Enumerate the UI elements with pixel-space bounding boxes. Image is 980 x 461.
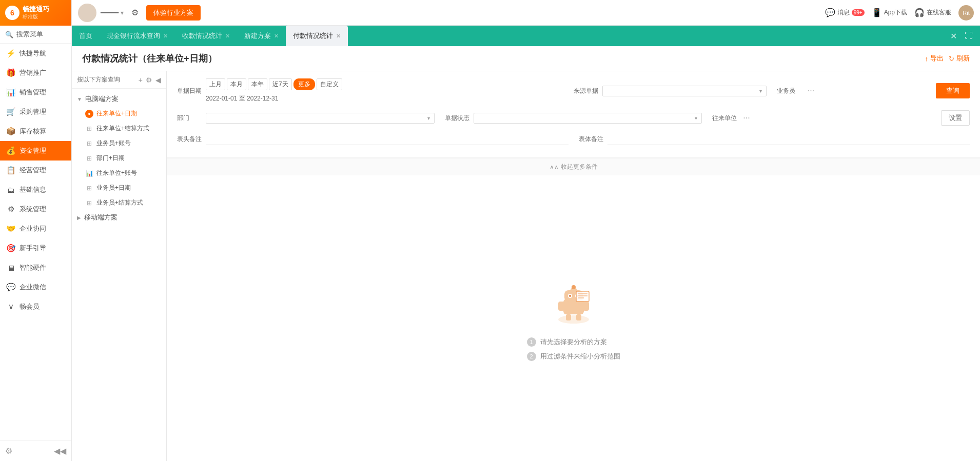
filter-field-salesman: 业务员 ··· 查询 [777, 83, 970, 98]
tab-bank-flow-close[interactable]: ✕ [163, 33, 168, 39]
empty-tip-2: 2 用过滤条件来缩小分析范围 [527, 352, 620, 361]
tab-bank-flow[interactable]: 现金银行流水查询 ✕ [100, 26, 175, 46]
date-btn-last-7days[interactable]: 近7天 [269, 78, 292, 90]
sidebar-item-basic[interactable]: 🗂 基础信息 [0, 180, 71, 199]
scheme-item-partner-settlement-label: 往来单位+结算方式 [96, 124, 149, 133]
scheme-item-salesman-account[interactable]: ⊞ 业务员+账号 [72, 136, 166, 151]
source-select-arrow: ▾ [759, 88, 762, 94]
marketing-icon: 🎁 [6, 68, 15, 77]
tab-receipts-stat-label: 收款情况统计 [182, 31, 222, 41]
sidebar-item-purchase[interactable]: 🛒 采购管理 [0, 102, 71, 122]
scheme-item-partner-settlement[interactable]: ⊞ 往来单位+结算方式 [72, 121, 166, 136]
refresh-icon: ↻ [949, 55, 954, 63]
date-btn-this-year[interactable]: 本年 [248, 78, 267, 90]
tabbar-actions: ✕ ⛶ [946, 29, 980, 43]
trial-btn[interactable]: 体验行业方案 [146, 5, 201, 21]
sidebar-item-operation[interactable]: 📋 经营管理 [0, 161, 71, 180]
partner-ellipsis-btn[interactable]: ··· [741, 113, 752, 123]
guide-icon: 🎯 [6, 244, 15, 253]
svg-rect-13 [576, 291, 589, 302]
scheme-item-dept-date[interactable]: ⊞ 部门+日期 [72, 151, 166, 166]
date-btn-last-month[interactable]: 上月 [206, 78, 225, 90]
user-dropdown-icon[interactable]: ▾ [121, 9, 124, 16]
inventory-icon: 📦 [6, 127, 15, 136]
sidebar-item-enterprise[interactable]: 🤝 企业协同 [0, 219, 71, 238]
sidebar-item-finance[interactable]: 💰 资金管理 [0, 141, 71, 161]
filter-form-area: 单据日期 上月 本月 本年 近7天 更多 自定义 [167, 71, 980, 461]
message-btn[interactable]: 💬 消息 99+ [825, 8, 865, 17]
salesman-ellipsis-btn[interactable]: ··· [806, 86, 816, 95]
settings-icon[interactable]: ⚙ [5, 446, 12, 456]
collapse-more-btn[interactable]: ∧∧ 收起更多条件 [167, 158, 980, 175]
sidebar-item-hardware[interactable]: 🖥 智能硬件 [0, 258, 71, 277]
scheme-add-icon[interactable]: + [139, 76, 143, 84]
sidebar-item-system[interactable]: ⚙ 系统管理 [0, 199, 71, 219]
settings-btn[interactable]: 设置 [941, 110, 970, 126]
sidebar-item-member[interactable]: ∨ 畅会员 [0, 297, 71, 316]
sidebar-item-label: 快捷导航 [19, 49, 46, 58]
body-note-control [607, 133, 970, 145]
sidebar-item-label: 智能硬件 [19, 263, 46, 272]
tab-maximize-btn[interactable]: ⛶ [962, 29, 976, 43]
tab-receipts-stat[interactable]: 收款情况统计 ✕ [175, 26, 237, 46]
scheme-item-partner-date[interactable]: ● 往来单位+日期 [72, 106, 166, 121]
sidebar-item-guide[interactable]: 🎯 新手引导 [0, 238, 71, 258]
tab-close-all-btn[interactable]: ✕ [946, 29, 961, 43]
sidebar-item-marketing[interactable]: 🎁 营销推广 [0, 63, 71, 83]
tab-receipts-stat-close[interactable]: ✕ [225, 33, 230, 39]
refresh-btn[interactable]: ↻ 刷新 [949, 54, 970, 63]
page-title: 付款情况统计（往来单位+日期） [82, 52, 217, 65]
scheme-item-partner-account[interactable]: 📊 往来单位+账号 [72, 166, 166, 181]
scheme-group-mobile[interactable]: ▶ 移动端方案 [72, 210, 166, 225]
scheme-settings-icon[interactable]: ⚙ [146, 76, 152, 84]
date-btn-custom[interactable]: 自定义 [317, 78, 342, 90]
filter-field-dept: 部门 ▾ [177, 113, 435, 124]
date-btn-more[interactable]: 更多 [293, 78, 315, 90]
export-btn[interactable]: ↑ 导出 [925, 54, 944, 63]
tab-home[interactable]: 首页 [72, 26, 100, 46]
tab-new-scheme-close[interactable]: ✕ [274, 33, 279, 39]
collapse-sidebar-icon[interactable]: ◀◀ [54, 446, 66, 456]
scheme-group-desktop[interactable]: ▼ 电脑端方案 [72, 92, 166, 106]
topbar-gear-icon[interactable]: ⚙ [128, 6, 142, 20]
tip-1-text: 请先选择要分析的方案 [540, 337, 607, 347]
tab-new-scheme[interactable]: 新建方案 ✕ [237, 26, 286, 46]
group-mobile-arrow-icon: ▶ [77, 215, 81, 221]
enterprise-icon: 🤝 [6, 224, 15, 233]
sidebar-header: 6 畅捷通巧 标准版 [0, 0, 71, 26]
scheme-chart-icon: 📊 [85, 169, 93, 177]
scheme-panel: 按以下方案查询 + ⚙ ◀ ▼ 电脑端方案 ● 往来单位+日期 [72, 71, 167, 461]
tab-payment-stat-close[interactable]: ✕ [336, 33, 341, 39]
tab-payment-stat[interactable]: 付款情况统计 ✕ [286, 26, 348, 46]
partner-label: 往来单位 [712, 114, 737, 123]
app-download-btn[interactable]: 📱 App下载 [872, 8, 907, 17]
scheme-item-partner-account-label: 往来单位+账号 [96, 169, 137, 177]
sidebar-item-label: 畅会员 [19, 302, 40, 311]
dept-select[interactable]: ▾ [206, 113, 435, 124]
scheme-item-salesman-date[interactable]: ⊞ 业务员+日期 [72, 181, 166, 195]
sidebar-item-wechat[interactable]: 💬 企业微信 [0, 277, 71, 297]
date-btn-this-month[interactable]: 本月 [227, 78, 246, 90]
online-service-btn[interactable]: 🎧 在线客服 [914, 8, 951, 17]
user-avatar-topbar[interactable]: Rit [958, 5, 974, 21]
sidebar-item-label: 资金管理 [19, 146, 46, 155]
purchase-icon: 🛒 [6, 107, 15, 116]
header-note-label: 表头备注 [177, 135, 202, 144]
scheme-collapse-icon[interactable]: ◀ [155, 76, 161, 84]
query-btn[interactable]: 查询 [936, 83, 970, 98]
date-input-range: 2022-01-01 至 2022-12-31 [206, 94, 342, 103]
quick-nav-icon: ⚡ [6, 49, 15, 58]
sidebar-item-inventory[interactable]: 📦 库存核算 [0, 122, 71, 141]
scheme-item-salesman-account-label: 业务员+账号 [96, 139, 131, 148]
sidebar-item-sales[interactable]: 📊 销售管理 [0, 83, 71, 102]
sidebar-item-quick-nav[interactable]: ⚡ 快捷导航 [0, 44, 71, 63]
source-select[interactable]: ▾ [602, 86, 767, 96]
user-info[interactable]: ━━━━━ ▾ [101, 9, 124, 16]
filter-field-body-note: 表体备注 [579, 133, 970, 145]
main-area: ━━━━━ ▾ ⚙ 体验行业方案 💬 消息 99+ 📱 App下载 🎧 在线客服… [72, 0, 980, 461]
doc-status-select[interactable]: ▾ [474, 113, 702, 124]
scheme-item-salesman-settlement[interactable]: ⊞ 业务员+结算方式 [72, 195, 166, 210]
sidebar-search[interactable]: 🔍 搜索菜单 [0, 26, 71, 44]
tab-payment-stat-label: 付款情况统计 [293, 31, 333, 41]
scheme-table-icon-4: ⊞ [85, 184, 93, 192]
